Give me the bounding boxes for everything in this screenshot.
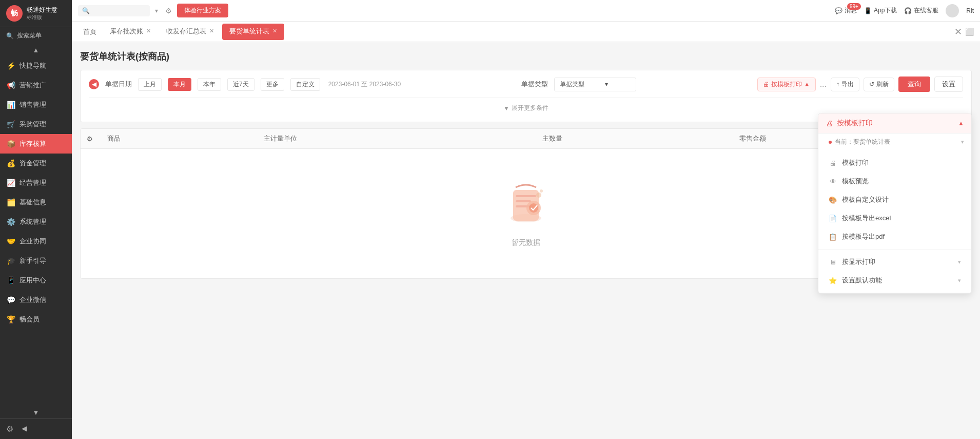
export-button[interactable]: ↑ 导出 bbox=[831, 78, 859, 91]
sidebar-search[interactable]: 🔍 搜索菜单 bbox=[0, 27, 72, 44]
print-item-export-pdf[interactable]: 📋 按模板导出pdf bbox=[818, 227, 971, 246]
print-label: 按模板打印 bbox=[771, 80, 802, 89]
print-dropdown-title: 按模板打印 bbox=[837, 119, 954, 128]
sidebar-search-label: 搜索菜单 bbox=[17, 31, 42, 40]
sidebar-item-member[interactable]: 🏆 畅会员 bbox=[0, 310, 72, 329]
nav-icon-newbie: 🎓 bbox=[6, 257, 15, 265]
topbar-search-icon: 🔍 bbox=[82, 7, 90, 14]
filter-expand-button[interactable]: ▼ 展开更多条件 bbox=[497, 101, 555, 116]
message-icon: 💬 bbox=[835, 7, 842, 14]
sidebar-item-purchase[interactable]: 🛒 采购管理 bbox=[0, 114, 72, 134]
topbar-customer-service[interactable]: 🎧 在线客服 bbox=[904, 6, 938, 15]
topbar-search-box[interactable]: 🔍 bbox=[78, 5, 150, 16]
date-range-display: 2023-06-01 至 2023-06-30 bbox=[328, 80, 401, 89]
sidebar-item-basics[interactable]: 🗂️ 基础信息 bbox=[0, 193, 72, 212]
sidebar-item-quick-nav[interactable]: ⚡ 快捷导航 bbox=[0, 56, 72, 75]
tabs-right-controls: ✕ ⬜ bbox=[954, 26, 974, 37]
nav-icon-finance: 💰 bbox=[6, 159, 15, 167]
sidebar-item-newbie[interactable]: 🎓 新手引导 bbox=[0, 251, 72, 271]
service-icon: 🎧 bbox=[904, 7, 912, 14]
print-dropdown-header[interactable]: 🖨 按模板打印 ▲ bbox=[818, 113, 971, 133]
print-dropdown-chevron: ▲ bbox=[958, 120, 964, 127]
nav-label-member: 畅会员 bbox=[19, 315, 40, 324]
date-btn-7days[interactable]: 近7天 bbox=[227, 78, 254, 91]
collapse-icon[interactable]: ◀ bbox=[22, 424, 27, 434]
svg-point-6 bbox=[529, 203, 538, 213]
nav-label-operation: 经营管理 bbox=[19, 178, 46, 187]
query-button[interactable]: 查询 bbox=[898, 77, 930, 92]
col-settings[interactable]: ⚙ bbox=[81, 129, 101, 149]
default-func-chevron: ▾ bbox=[958, 277, 961, 284]
tab-order-stats[interactable]: 要货单统计表 ✕ bbox=[222, 24, 284, 40]
nav-label-inventory: 库存核算 bbox=[19, 139, 46, 148]
template-preview-icon: 👁 bbox=[829, 178, 837, 185]
toolbar-more-dots[interactable]: ... bbox=[820, 80, 827, 89]
tab-receipt-summary[interactable]: 收发存汇总表 ✕ bbox=[159, 24, 221, 40]
empty-illustration bbox=[500, 180, 552, 231]
export-excel-label: 按模板导出excel bbox=[842, 214, 891, 223]
maximize-icon[interactable]: ⬜ bbox=[965, 28, 974, 36]
sidebar-item-finance[interactable]: 💰 资金管理 bbox=[0, 154, 72, 173]
nav-label-basics: 基础信息 bbox=[19, 198, 46, 207]
print-item-template-print[interactable]: 🖨 模板打印 bbox=[818, 154, 971, 172]
settings-icon[interactable]: ⚙ bbox=[6, 424, 13, 434]
nav-label-wechat: 企业微信 bbox=[19, 295, 46, 304]
refresh-label: 刷新 bbox=[876, 80, 889, 89]
search-icon: 🔍 bbox=[6, 32, 14, 40]
tab-order-stats-close[interactable]: ✕ bbox=[272, 28, 277, 34]
topbar-dropdown-chevron[interactable]: ▾ bbox=[155, 7, 158, 14]
sidebar-item-wechat[interactable]: 💬 企业微信 bbox=[0, 290, 72, 310]
sidebar-scroll-up[interactable]: ▲ bbox=[0, 44, 72, 56]
tab-order-stats-label: 要货单统计表 bbox=[229, 27, 269, 36]
sidebar-scroll-down[interactable]: ▼ bbox=[0, 407, 72, 418]
print-item-template-design[interactable]: 🎨 模板自定义设计 bbox=[818, 190, 971, 209]
print-item-template-preview[interactable]: 👁 模板预览 bbox=[818, 172, 971, 190]
tab-inventory-batch[interactable]: 库存批次账 ✕ bbox=[103, 24, 158, 40]
sidebar-item-inventory[interactable]: 📦 库存核算 bbox=[0, 134, 72, 154]
sidebar-item-marketing[interactable]: 📢 营销推广 bbox=[0, 75, 72, 95]
tab-receipt-summary-close[interactable]: ✕ bbox=[209, 28, 214, 34]
sidebar-item-system[interactable]: ⚙️ 系统管理 bbox=[0, 212, 72, 232]
type-filter-select[interactable]: 单据类型 ▾ bbox=[554, 78, 636, 91]
print-group-default[interactable]: ⭐ 设置默认功能 ▾ bbox=[818, 271, 971, 290]
topbar-gear-icon[interactable]: ⚙ bbox=[165, 7, 172, 15]
sidebar: 畅 畅通好生意 标准版 🔍 搜索菜单 ▲ ⚡ 快捷导航📢 营销推广📊 销售管理🛒… bbox=[0, 0, 72, 439]
sidebar-item-collab[interactable]: 🤝 企业协同 bbox=[0, 232, 72, 251]
refresh-button[interactable]: ↺ 刷新 bbox=[864, 78, 894, 91]
sidebar-nav: ⚡ 快捷导航📢 营销推广📊 销售管理🛒 采购管理📦 库存核算💰 资金管理📈 经营… bbox=[0, 56, 72, 407]
nav-icon-inventory: 📦 bbox=[6, 140, 15, 148]
date-btn-prev-month[interactable]: 上月 bbox=[138, 78, 162, 91]
topbar-messages[interactable]: 💬 消息 99+ bbox=[835, 6, 857, 15]
print-item-export-excel[interactable]: 📄 按模板导出excel bbox=[818, 209, 971, 227]
topbar-right: 💬 消息 99+ 📱 App下载 🎧 在线客服 Rit bbox=[835, 4, 974, 17]
tab-inventory-batch-close[interactable]: ✕ bbox=[146, 28, 151, 34]
filter-collapse-icon[interactable]: ◀ bbox=[89, 79, 99, 89]
service-label: 在线客服 bbox=[914, 6, 938, 15]
date-btn-custom[interactable]: 自定义 bbox=[290, 78, 320, 91]
topbar-app-download[interactable]: 📱 App下载 bbox=[864, 6, 897, 15]
refresh-icon: ↺ bbox=[869, 81, 874, 88]
nav-label-system: 系统管理 bbox=[19, 217, 46, 226]
export-icon: ↑ bbox=[836, 81, 839, 88]
date-btn-more[interactable]: 更多 bbox=[261, 78, 284, 91]
nav-icon-member: 🏆 bbox=[6, 315, 15, 323]
user-avatar[interactable] bbox=[946, 4, 959, 17]
close-window-icon[interactable]: ✕ bbox=[954, 26, 962, 37]
nav-label-sales: 销售管理 bbox=[19, 100, 46, 109]
print-chevron-up: ▲ bbox=[804, 81, 810, 88]
svg-point-7 bbox=[536, 193, 541, 198]
sidebar-item-apps[interactable]: 📱 应用中心 bbox=[0, 271, 72, 290]
sidebar-item-sales[interactable]: 📊 销售管理 bbox=[0, 95, 72, 114]
sidebar-item-operation[interactable]: 📈 经营管理 bbox=[0, 173, 72, 193]
trial-button[interactable]: 体验行业方案 bbox=[177, 4, 228, 17]
date-btn-current-month[interactable]: 本月 bbox=[168, 78, 191, 91]
print-group-display[interactable]: 🖥 按显示打印 ▾ bbox=[818, 253, 971, 271]
tab-home[interactable]: 首页 bbox=[78, 24, 102, 40]
sidebar-logo: 畅 畅通好生意 标准版 bbox=[0, 0, 72, 27]
settings-button[interactable]: 设置 bbox=[934, 77, 963, 92]
svg-rect-2 bbox=[516, 195, 536, 197]
nav-label-marketing: 营销推广 bbox=[19, 81, 46, 90]
print-dropdown: 🖨 按模板打印 ▲ 当前：要货单统计表 ▾ 🖨 模板打印 👁 模板预览 bbox=[818, 113, 972, 294]
date-btn-year[interactable]: 本年 bbox=[198, 78, 221, 91]
print-button[interactable]: 🖨 按模板打印 ▲ bbox=[757, 78, 816, 91]
